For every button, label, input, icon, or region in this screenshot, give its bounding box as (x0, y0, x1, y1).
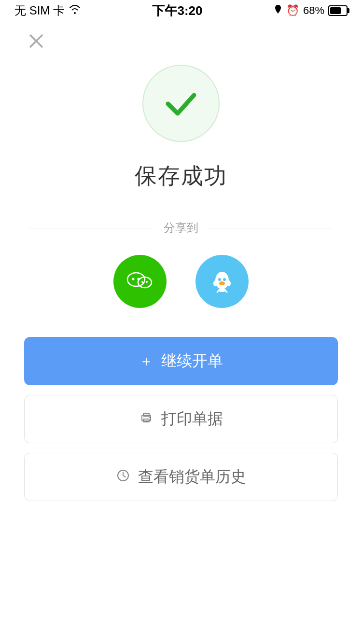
wechat-icon (125, 267, 154, 296)
svg-point-6 (141, 281, 143, 283)
svg-point-10 (223, 278, 226, 281)
battery-indicator (328, 5, 348, 16)
share-icons (0, 255, 362, 308)
share-label: 分享到 (164, 220, 198, 236)
svg-point-2 (127, 273, 145, 286)
svg-point-8 (215, 272, 229, 289)
svg-line-16 (225, 290, 227, 292)
svg-point-20 (149, 416, 151, 418)
success-circle (142, 65, 220, 142)
status-time: 下午3:20 (152, 2, 202, 19)
battery-label: 68% (303, 4, 324, 17)
location-icon (274, 4, 282, 17)
continue-button[interactable]: ＋ 继续开单 (24, 337, 338, 385)
svg-point-11 (219, 281, 225, 285)
svg-point-4 (132, 278, 135, 280)
close-button[interactable] (24, 29, 48, 53)
share-divider: 分享到 (0, 220, 362, 236)
divider-left (29, 228, 154, 228)
success-title: 保存成功 (135, 161, 227, 191)
plus-icon: ＋ (139, 351, 153, 371)
status-left: 无 SIM 卡 (14, 3, 81, 18)
status-right: ⏰ 68% (274, 4, 348, 17)
svg-point-12 (213, 280, 217, 286)
print-icon (139, 410, 153, 428)
qq-share-button[interactable] (195, 255, 249, 308)
actions-section: ＋ 继续开单 打印单据 查看销货单历史 (0, 308, 362, 501)
history-icon (116, 468, 130, 486)
qq-icon (208, 267, 237, 296)
alarm-icon: ⏰ (286, 4, 299, 17)
svg-point-13 (227, 280, 231, 286)
status-bar: 无 SIM 卡 下午3:20 ⏰ 68% (0, 0, 362, 21)
svg-point-5 (138, 278, 140, 280)
checkmark-icon (159, 82, 203, 125)
svg-point-7 (146, 281, 148, 283)
continue-label: 继续开单 (161, 350, 223, 372)
wechat-share-button[interactable] (113, 255, 167, 308)
print-button[interactable]: 打印单据 (24, 395, 338, 443)
history-button[interactable]: 查看销货单历史 (24, 453, 338, 501)
no-sim-label: 无 SIM 卡 (14, 3, 65, 18)
success-section: 保存成功 (0, 21, 362, 191)
svg-point-9 (218, 278, 221, 281)
share-section: 分享到 (0, 220, 362, 308)
history-label: 查看销货单历史 (138, 466, 246, 488)
print-label: 打印单据 (161, 408, 223, 430)
divider-right (208, 228, 333, 228)
wifi-icon (69, 4, 81, 17)
svg-line-15 (217, 290, 219, 292)
